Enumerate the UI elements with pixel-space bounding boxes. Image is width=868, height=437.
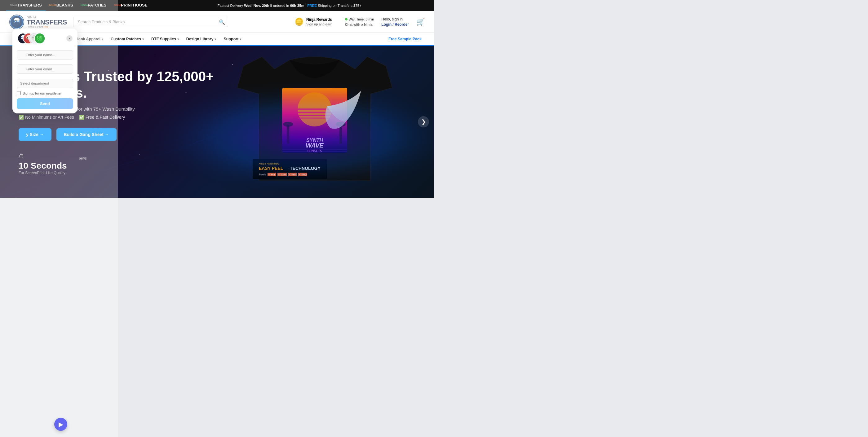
search-icon[interactable]: 🔍 <box>219 19 225 25</box>
hero-stats: ⏱ 10 Seconds For ScreenPrint-Like Qualit… <box>19 153 214 175</box>
chat-close-button[interactable]: × <box>66 35 72 41</box>
rewards-text: Ninja Rewards Sign up and earn <box>306 18 332 27</box>
chat-avatars <box>18 33 42 44</box>
rewards-area[interactable]: 🪙 Ninja Rewards Sign up and earn <box>294 18 332 27</box>
nav-item-dtf-supplies[interactable]: DTF Supplies ▾ <box>148 33 182 45</box>
stat-item-time: ⏱ 10 Seconds For ScreenPrint-Like Qualit… <box>19 153 67 175</box>
svg-text:✓ Hot: ✓ Hot <box>268 173 275 176</box>
hero-tshirt-svg: SYNTH WAVE SUNSETS Ninja's Proprietary E… <box>234 51 395 193</box>
chat-send-button[interactable]: Send <box>17 98 73 109</box>
chat-newsletter-checkbox[interactable] <box>17 91 21 95</box>
svg-point-7 <box>18 20 19 21</box>
sign-in-area[interactable]: Hello, sign in Login / Reorder <box>381 17 409 27</box>
search-input[interactable] <box>73 17 228 27</box>
nav-item-design-library[interactable]: Design Library ▾ <box>183 33 219 45</box>
svg-text:Ninja's Proprietary: Ninja's Proprietary <box>259 162 279 165</box>
chat-department-select[interactable]: Select department Sales Support Design <box>17 79 73 88</box>
svg-text:✓ Cool: ✓ Cool <box>278 173 286 176</box>
chat-ninja-link[interactable]: Chat with a Ninja <box>345 22 374 27</box>
svg-point-74 <box>38 37 39 38</box>
chevron-down-icon: ▾ <box>142 37 144 41</box>
wait-time-area: Wait Time: 0 min Chat with a Ninja <box>340 17 374 27</box>
chat-name-input[interactable] <box>17 50 73 60</box>
top-bar-nav-blanks[interactable]: NINJA BLANKS <box>45 0 77 11</box>
status-dot-icon <box>345 18 347 21</box>
svg-text:✓ Fast: ✓ Fast <box>289 173 297 176</box>
chevron-down-icon: ▾ <box>240 37 241 41</box>
svg-text:Peels: Peels <box>259 173 266 176</box>
rewards-coin-icon: 🪙 <box>294 18 304 26</box>
top-bar-nav-patches[interactable]: NINJA PATCHES <box>77 0 110 11</box>
chat-newsletter-row: Sign up for our newsletter <box>17 91 73 95</box>
svg-text:SUNSETS: SUNSETS <box>307 149 322 153</box>
chat-widget: × ↘ ↘ Select department Sales Support De… <box>12 29 78 114</box>
svg-point-59 <box>22 37 22 38</box>
top-bar-nav: NINJA TRANSFERS NINJA BLANKS NINJA PATCH… <box>6 0 151 11</box>
wait-time-status: Wait Time: 0 min <box>345 17 374 22</box>
chat-widget-header: × <box>12 29 78 47</box>
top-bar-announce: Fastest Delivery Wed, Nov. 20th if order… <box>151 4 428 7</box>
chat-name-wrapper: ↘ <box>17 50 73 62</box>
build-gang-sheet-button[interactable]: Build a Gang Sheet → <box>56 128 117 141</box>
svg-point-67 <box>33 37 34 38</box>
svg-point-63 <box>27 37 28 38</box>
chevron-down-icon: ▾ <box>102 37 103 41</box>
top-bar-nav-transfers[interactable]: NINJA TRANSFERS <box>6 0 45 11</box>
nav-item-support[interactable]: Support ▾ <box>220 33 244 45</box>
chat-avatar-4 <box>34 33 45 44</box>
nav-item-custom-patches[interactable]: Custom Patches ▾ <box>107 33 147 45</box>
svg-point-2 <box>13 22 21 27</box>
search-bar: 🔍 <box>73 17 228 27</box>
chat-form: ↘ ↘ Select department Sales Support Desi… <box>12 47 78 114</box>
logo-icon <box>9 14 24 29</box>
stat-item-reviews: iews <box>80 153 87 175</box>
svg-rect-3 <box>13 20 20 22</box>
svg-point-11 <box>155 55 155 56</box>
logo[interactable]: NINJA TRANSFERS Press & Print Pro <box>9 14 67 29</box>
nav-item-free-sample[interactable]: Free Sample Pack <box>385 33 425 45</box>
svg-text:TECHNOLOGY: TECHNOLOGY <box>290 166 320 171</box>
chat-email-wrapper: ↘ <box>17 64 73 76</box>
svg-point-75 <box>41 37 42 38</box>
chat-newsletter-label: Sign up for our newsletter <box>23 91 61 95</box>
hero-next-button[interactable]: ❯ <box>418 116 429 127</box>
svg-point-33 <box>283 122 293 127</box>
svg-text:WAVE: WAVE <box>306 142 323 149</box>
svg-text:✓ Slow: ✓ Slow <box>299 173 307 176</box>
cart-icon[interactable]: 🛒 <box>416 18 425 26</box>
chat-email-input[interactable] <box>17 64 73 74</box>
top-bar-nav-printhouse[interactable]: NINJA PRINTHOUSE <box>110 0 151 11</box>
top-bar: NINJA TRANSFERS NINJA BLANKS NINJA PATCH… <box>0 0 434 11</box>
header-right: 🪙 Ninja Rewards Sign up and earn Wait Ti… <box>294 17 425 27</box>
svg-point-6 <box>15 20 16 21</box>
timer-icon: ⏱ <box>19 153 67 160</box>
hero-buttons: y Size → Build a Gang Sheet → <box>19 128 214 141</box>
hero-features: ✅ No Minimums or Art Fees ✅ Free & Fast … <box>19 115 214 120</box>
logo-svg <box>10 15 24 29</box>
logo-text: NINJA TRANSFERS Press & Print Pro <box>27 15 67 29</box>
svg-text:EASY PEEL: EASY PEEL <box>259 166 283 171</box>
chevron-down-icon: ▾ <box>177 37 179 41</box>
svg-rect-32 <box>287 125 289 144</box>
svg-rect-34 <box>339 125 342 144</box>
chevron-down-icon: ▾ <box>215 37 216 41</box>
order-by-size-button[interactable]: y Size → <box>19 128 52 141</box>
